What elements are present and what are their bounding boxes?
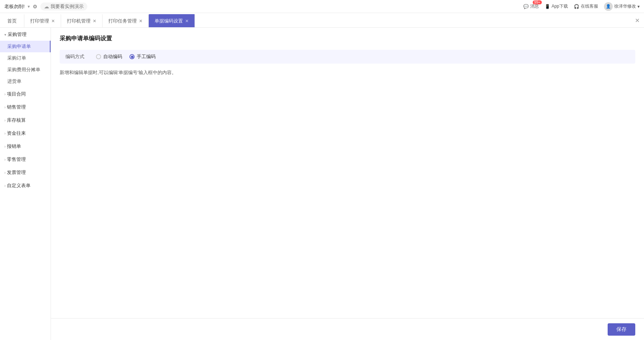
coding-label: 编码方式 [65, 53, 87, 60]
settings-icon[interactable]: ⚙ [33, 4, 37, 9]
sidebar-item-purchase-request[interactable]: 采购申请单 [0, 41, 51, 52]
sidebar-group-retail: › 零售管理 [0, 153, 51, 166]
sidebar-group-returns-label: 报销单 [7, 143, 21, 150]
sidebar-group-funds-label: 资金往来 [7, 130, 26, 137]
sidebar-item-stock-in[interactable]: 进货单 [0, 76, 51, 87]
sidebar-item-purchase-order-label: 采购订单 [7, 55, 26, 61]
dropdown-arrow-icon[interactable]: ▾ [28, 4, 30, 9]
sidebar-group-sales-title[interactable]: › 销售管理 [0, 101, 51, 113]
sidebar-group-returns-title[interactable]: › 报销单 [0, 140, 51, 153]
retail-arrow-icon: › [4, 158, 5, 162]
radio-manual-label: 手工编码 [137, 53, 156, 60]
online-service-button[interactable]: 🎧 在线客服 [574, 3, 598, 9]
inventory-arrow-icon: › [4, 118, 5, 122]
tab-single-code-close[interactable]: ✕ [185, 19, 189, 24]
user-menu[interactable]: 👤 徐泽华修改 ▾ [604, 2, 640, 11]
tab-print-task[interactable]: 打印任务管理 ✕ [103, 14, 149, 27]
app-download-button[interactable]: 📱 App下载 [545, 3, 568, 9]
sidebar-group-project-contract-title[interactable]: › 项目合同 [0, 88, 51, 100]
tab-bar-close-button[interactable]: ✕ [635, 17, 640, 24]
user-dropdown-icon: ▾ [637, 4, 640, 9]
sidebar-group-purchase-label: 采购管理 [8, 31, 27, 38]
sidebar-group-purchase-title[interactable]: ▾ 采购管理 [0, 28, 51, 41]
tab-home[interactable]: 首页 [0, 14, 24, 27]
sidebar-group-sales-label: 销售管理 [7, 104, 26, 110]
message-badge: 99+ [533, 0, 542, 4]
sidebar: ▾ 采购管理 采购申请单 采购订单 采购费用分摊单 进货单 › 项目合同 [0, 28, 51, 340]
content-area: 采购申请单编码设置 编码方式 自动编码 手工编码 [51, 28, 644, 340]
tab-print-task-label: 打印任务管理 [108, 18, 137, 24]
sidebar-group-invoice-label: 发票管理 [7, 169, 26, 176]
radio-auto-circle [96, 54, 101, 59]
headset-icon: 🎧 [574, 4, 579, 9]
returns-arrow-icon: › [4, 145, 5, 149]
tab-single-code-setting[interactable]: 单据编码设置 ✕ [149, 14, 195, 27]
sidebar-item-purchase-expense[interactable]: 采购费用分摊单 [0, 64, 51, 76]
tab-home-label: 首页 [7, 18, 17, 24]
sidebar-item-purchase-expense-label: 采购费用分摊单 [7, 67, 40, 72]
tab-bar: 首页 打印管理 ✕ 打印机管理 ✕ 打印任务管理 ✕ 单据编码设置 ✕ ✕ [0, 13, 644, 28]
tab-print-task-close[interactable]: ✕ [139, 19, 143, 24]
purchase-arrow-icon: ▾ [4, 33, 6, 37]
demo-link[interactable]: ☁ 我要看实例演示 [40, 3, 87, 11]
content-footer: 保存 [51, 318, 644, 340]
project-contract-arrow-icon: › [4, 92, 5, 96]
top-bar-right: 💬 消息 99+ 📱 App下载 🎧 在线客服 👤 徐泽华修改 ▾ [523, 2, 640, 11]
sidebar-group-inventory-label: 库存核算 [7, 117, 26, 124]
custom-form-arrow-icon: › [4, 184, 5, 188]
tab-print-manage-close[interactable]: ✕ [51, 19, 55, 24]
sidebar-group-inventory: › 库存核算 [0, 114, 51, 126]
sidebar-group-custom-form-title[interactable]: › 自定义表单 [0, 179, 51, 192]
sidebar-group-invoice: › 发票管理 [0, 166, 51, 179]
tab-print-manage-label: 打印管理 [30, 18, 49, 24]
cloud-icon: ☁ [44, 4, 49, 9]
top-bar-left: 老板勿削! ▾ ⚙ ☁ 我要看实例演示 [4, 3, 87, 11]
top-bar: 老板勿削! ▾ ⚙ ☁ 我要看实例演示 💬 消息 99+ 📱 App下载 🎧 在… [0, 0, 644, 13]
radio-group: 自动编码 手工编码 [96, 53, 156, 60]
tab-printer-manage-close[interactable]: ✕ [93, 19, 96, 24]
tab-single-code-label: 单据编码设置 [155, 18, 183, 24]
sidebar-group-funds: › 资金往来 [0, 127, 51, 139]
funds-arrow-icon: › [4, 131, 5, 135]
hint-text: 新增和编辑单据时,可以编辑'单据编号'输入框中的内容。 [60, 69, 635, 76]
sidebar-group-custom-form: › 自定义表单 [0, 179, 51, 192]
content-inner: 采购申请单编码设置 编码方式 自动编码 手工编码 [51, 28, 644, 318]
invoice-arrow-icon: › [4, 171, 5, 175]
message-button[interactable]: 💬 消息 99+ [523, 3, 539, 9]
radio-manual-circle [129, 54, 135, 59]
coding-section: 编码方式 自动编码 手工编码 新增和编辑单据时,可以编辑'单据编号'输入框中的内… [60, 50, 635, 76]
sidebar-item-purchase-request-label: 采购申请单 [7, 44, 31, 49]
radio-auto-label: 自动编码 [103, 53, 122, 60]
sidebar-group-retail-label: 零售管理 [7, 156, 26, 163]
app-icon: 📱 [545, 4, 550, 9]
online-service-label: 在线客服 [581, 3, 598, 9]
tab-printer-manage[interactable]: 打印机管理 ✕ [61, 14, 103, 27]
sidebar-group-sales: › 销售管理 [0, 101, 51, 113]
sidebar-group-project-contract: › 项目合同 [0, 88, 51, 100]
save-button[interactable]: 保存 [608, 323, 635, 336]
main-layout: ▾ 采购管理 采购申请单 采购订单 采购费用分摊单 进货单 › 项目合同 [0, 28, 644, 340]
sidebar-item-stock-in-label: 进货单 [7, 78, 21, 84]
tab-print-manage[interactable]: 打印管理 ✕ [24, 14, 61, 27]
sales-arrow-icon: › [4, 105, 5, 109]
sidebar-group-purchase: ▾ 采购管理 采购申请单 采购订单 采购费用分摊单 进货单 [0, 28, 51, 87]
radio-manual-code[interactable]: 手工编码 [129, 53, 156, 60]
avatar: 👤 [604, 2, 613, 11]
app-download-label: App下载 [552, 3, 568, 9]
sidebar-group-project-contract-label: 项目合同 [7, 91, 26, 97]
message-icon: 💬 [523, 4, 529, 9]
sidebar-group-retail-title[interactable]: › 零售管理 [0, 153, 51, 166]
sidebar-group-custom-form-label: 自定义表单 [7, 182, 31, 189]
radio-auto-code[interactable]: 自动编码 [96, 53, 122, 60]
demo-text: 我要看实例演示 [51, 3, 84, 10]
coding-row: 编码方式 自动编码 手工编码 [60, 50, 635, 64]
sidebar-group-inventory-title[interactable]: › 库存核算 [0, 114, 51, 126]
sidebar-group-invoice-title[interactable]: › 发票管理 [0, 166, 51, 179]
tab-printer-manage-label: 打印机管理 [67, 18, 91, 24]
sidebar-item-purchase-order[interactable]: 采购订单 [0, 52, 51, 64]
sidebar-group-returns: › 报销单 [0, 140, 51, 153]
user-name: 徐泽华修改 [614, 3, 636, 9]
sidebar-group-funds-title[interactable]: › 资金往来 [0, 127, 51, 139]
page-title: 采购申请单编码设置 [60, 35, 635, 42]
brand-name: 老板勿削! [4, 3, 25, 10]
